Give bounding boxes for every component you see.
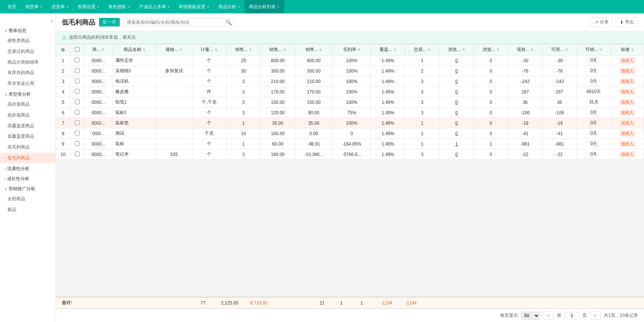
page-size-select[interactable]: 50 100 200 bbox=[521, 312, 540, 320]
th-tag[interactable]: 标签 ⇅ bbox=[611, 44, 644, 55]
row-checkbox[interactable] bbox=[75, 131, 80, 136]
sidebar-item-high-value[interactable]: 高价值商品 bbox=[0, 99, 55, 110]
th-name[interactable]: 商品名称 ⇅ bbox=[113, 44, 156, 55]
row-checkbox[interactable] bbox=[75, 79, 80, 83]
view-link[interactable]: 0 bbox=[455, 131, 458, 136]
sidebar-item-high-coverage[interactable]: 高覆盖度商品 bbox=[0, 121, 55, 131]
close-icon[interactable]: × bbox=[40, 4, 42, 9]
nav-role-auth[interactable]: 角色授权 × bbox=[104, 0, 134, 13]
sidebar-item-sales-goods[interactable]: 销售类商品 bbox=[0, 35, 55, 46]
view-link[interactable]: 0 bbox=[455, 121, 458, 126]
cell-name[interactable]: 鼠标1 bbox=[113, 108, 156, 118]
th-gross-margin[interactable]: 毛利率 ⇅ bbox=[333, 44, 371, 55]
th-sale-amount[interactable]: 销售... ⇅ bbox=[295, 44, 333, 55]
sidebar-item-capital-occupation[interactable]: 库存资金占用 bbox=[0, 78, 55, 89]
view-link[interactable]: 0 bbox=[455, 110, 458, 115]
cell-name[interactable]: 电话机 bbox=[113, 76, 156, 87]
next-page-button[interactable]: ＞ bbox=[590, 311, 601, 320]
cell-name[interactable]: 鼠标 bbox=[113, 139, 156, 149]
row-checkbox[interactable] bbox=[75, 68, 80, 73]
sidebar-item-traded-goods[interactable]: 交易过的商品 bbox=[0, 46, 55, 57]
sidebar-item-low-margin[interactable]: 低毛利商品 bbox=[0, 153, 55, 163]
th-saleable-days[interactable]: 可销... ⇅ bbox=[577, 44, 611, 55]
close-icon[interactable]: × bbox=[277, 4, 279, 9]
cell-sale-amount: 170.00 bbox=[295, 87, 333, 97]
close-icon[interactable]: × bbox=[66, 4, 68, 9]
sidebar-item-new-goods[interactable]: 新品 bbox=[0, 204, 55, 215]
th-transaction[interactable]: 交易... ⇅ bbox=[405, 44, 439, 55]
th-coverage[interactable]: 覆盖... ⇅ bbox=[371, 44, 405, 55]
view-link[interactable]: 0 bbox=[455, 89, 458, 95]
th-current-stock[interactable]: 现有... ⇅ bbox=[508, 44, 542, 55]
th-spec[interactable]: 规格... ⇅ bbox=[156, 44, 192, 55]
search-input[interactable] bbox=[127, 20, 225, 25]
sidebar-item-low-value[interactable]: 低价值商品 bbox=[0, 110, 55, 121]
sort-icon: ⇅ bbox=[393, 48, 396, 52]
nav-home[interactable]: 首页 bbox=[3, 0, 21, 13]
sidebar-item-low-coverage[interactable]: 低覆盖度商品 bbox=[0, 131, 55, 142]
sort-icon: ⇅ bbox=[462, 48, 465, 52]
sidebar-group-type-analysis[interactable]: ∨ 类型查分析 bbox=[0, 89, 55, 99]
table-row: 8 000/... 测试 千克 10 100.00 0.00 0 1.49% 1… bbox=[56, 128, 644, 139]
nav-product-analysis[interactable]: 商品分析 × bbox=[214, 0, 244, 13]
select-all-checkbox[interactable] bbox=[75, 47, 80, 52]
nav-product-storage[interactable]: 产成品入库单 × bbox=[135, 0, 174, 13]
row-checkbox[interactable] bbox=[75, 89, 80, 94]
sidebar-group-marketing[interactable]: ∨ 营销推广分析 bbox=[0, 184, 55, 194]
page-number-input[interactable] bbox=[564, 312, 579, 319]
close-icon[interactable]: × bbox=[167, 4, 170, 9]
sidebar-item-high-margin[interactable]: 高毛利商品 bbox=[0, 142, 55, 153]
view-link[interactable]: 0 bbox=[455, 152, 458, 157]
th-settings[interactable]: ⚙ bbox=[56, 44, 70, 55]
view-link[interactable]: 0 bbox=[455, 79, 458, 84]
search-icon[interactable]: 🔍 bbox=[225, 19, 232, 25]
row-checkbox[interactable] bbox=[75, 58, 80, 63]
th-view2[interactable]: 浏览... ⇅ bbox=[474, 44, 508, 55]
close-icon[interactable]: × bbox=[97, 4, 99, 9]
sidebar-group-circulation[interactable]: › 流通性分析 bbox=[0, 163, 55, 173]
th-unit[interactable]: 计量... ⇅ bbox=[192, 44, 226, 55]
th-code[interactable]: 商... ⇅ bbox=[84, 44, 113, 55]
sidebar-item-all-goods[interactable]: 全部商品 bbox=[0, 194, 55, 204]
view-link[interactable]: 1 bbox=[455, 141, 458, 147]
th-sale-price[interactable]: 销售... ⇅ bbox=[261, 44, 295, 55]
view-link[interactable]: 0 bbox=[455, 68, 458, 74]
prev-page-button[interactable]: ＜ bbox=[543, 311, 554, 320]
row-checkbox[interactable] bbox=[75, 141, 80, 146]
sidebar-group-overall[interactable]: ∨ 整体信息 bbox=[0, 25, 55, 35]
view-link[interactable]: 0 bbox=[455, 58, 458, 63]
nav-template-settings[interactable]: 单据模板设置 × bbox=[174, 0, 214, 13]
nav-permission-settings[interactable]: 权限设置 × bbox=[73, 0, 104, 13]
sidebar-group-growth[interactable]: › 成长性分析 bbox=[0, 173, 55, 184]
row-checkbox[interactable] bbox=[75, 99, 80, 104]
row-checkbox[interactable] bbox=[75, 152, 80, 156]
cell-name[interactable]: 笔记本 bbox=[113, 149, 156, 160]
close-icon[interactable]: × bbox=[207, 4, 209, 9]
share-button[interactable]: ↗ 分享 bbox=[590, 17, 613, 27]
period-button[interactable]: 近一月 bbox=[99, 18, 120, 26]
th-view1[interactable]: 浏览... ⇅ bbox=[439, 44, 474, 55]
export-button[interactable]: ⬇ 导出 bbox=[616, 17, 638, 27]
th-available[interactable]: 可用... ⇅ bbox=[542, 44, 577, 55]
sidebar-item-category-rate[interactable]: 商品分类助销率 bbox=[0, 57, 55, 68]
cell-view2: 0 bbox=[474, 97, 508, 108]
cell-name[interactable]: 属性定价 bbox=[113, 55, 156, 66]
close-icon[interactable]: × bbox=[128, 4, 130, 9]
row-checkbox[interactable] bbox=[75, 110, 80, 115]
cell-name[interactable]: 鼠标垫 bbox=[113, 118, 156, 128]
cell-name[interactable]: 吴细细1 bbox=[113, 66, 156, 76]
nav-product-analysis-list[interactable]: 商品分析列表 × bbox=[244, 0, 284, 13]
cell-name[interactable]: 测试 bbox=[113, 128, 156, 139]
cell-name[interactable]: 橡皮擦 bbox=[113, 87, 156, 97]
nav-sales-order[interactable]: 销货单 × bbox=[21, 0, 47, 13]
sidebar-item-inventory-goods[interactable]: 有库存的商品 bbox=[0, 67, 55, 78]
row-checkbox[interactable] bbox=[75, 120, 80, 125]
sort-icon: ⇅ bbox=[631, 48, 634, 52]
cell-name[interactable]: 铅笔1 bbox=[113, 97, 156, 108]
nav-purchase-order[interactable]: 进货单 × bbox=[47, 0, 73, 13]
sidebar-collapse-button[interactable]: « bbox=[50, 18, 53, 24]
sort-icon: ⇅ bbox=[319, 48, 322, 52]
close-icon[interactable]: × bbox=[238, 4, 240, 9]
view-link[interactable]: 0 bbox=[455, 100, 458, 105]
th-sale-qty[interactable]: 销售... ⇅ bbox=[226, 44, 260, 55]
